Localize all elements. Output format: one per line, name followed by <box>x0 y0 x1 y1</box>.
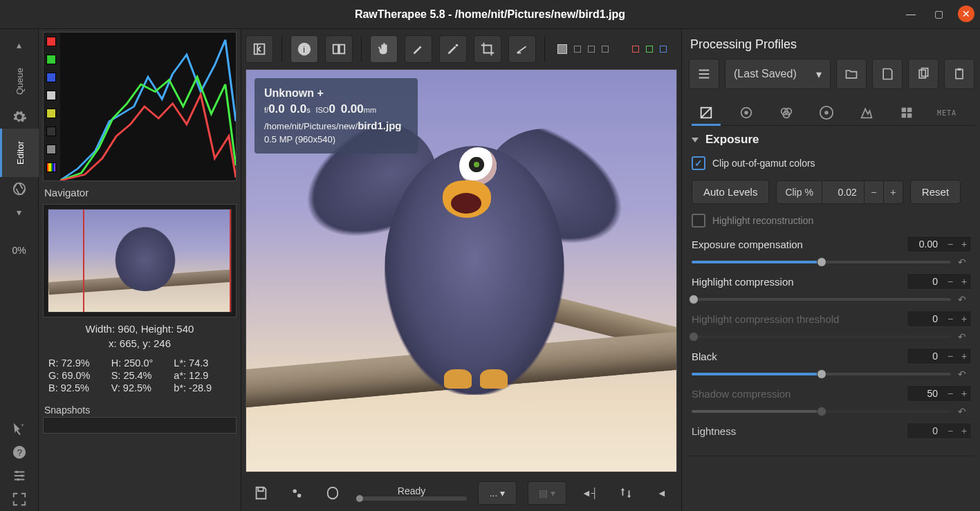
maximize-button[interactable]: ▢ <box>930 6 947 22</box>
zoom-combo[interactable]: ... ▾ <box>478 481 517 505</box>
black-value[interactable]: 0 <box>907 349 943 364</box>
ev-slider[interactable] <box>692 261 951 263</box>
tab-queue[interactable]: Queue <box>0 57 39 105</box>
readout-r[interactable]: R: 72.9% <box>48 357 106 369</box>
tab-color-icon[interactable] <box>776 100 797 125</box>
fullscreen-icon[interactable] <box>4 487 35 511</box>
readout-bstar[interactable]: b*: -28.9 <box>174 382 231 393</box>
clip-pct-value[interactable]: 0.02 <box>822 181 864 203</box>
profile-combo[interactable]: (Last Saved)▾ <box>725 59 831 89</box>
hlc-minus[interactable]: − <box>943 276 957 287</box>
readout-g[interactable]: G: 69.0% <box>48 370 106 381</box>
hist-luma-button[interactable] <box>46 91 56 100</box>
toggle-left-panel-button[interactable] <box>246 35 273 63</box>
hlc-value[interactable]: 0 <box>907 274 943 289</box>
overlay-mp: 0.5 MP (960x540) <box>264 133 408 147</box>
hist-bar-button[interactable] <box>46 162 56 172</box>
hist-red-button[interactable] <box>46 37 56 46</box>
histogram[interactable] <box>43 32 237 181</box>
light-minus[interactable]: − <box>943 425 957 436</box>
ev-minus[interactable]: − <box>943 239 957 250</box>
snapshots-list[interactable] <box>43 417 237 434</box>
color-picker-button[interactable] <box>439 35 467 63</box>
svg-text:+: + <box>20 422 24 429</box>
close-button[interactable]: ✕ <box>958 6 974 22</box>
white-balance-picker-button[interactable] <box>405 35 432 63</box>
readout-a[interactable]: a*: 12.9 <box>174 370 231 381</box>
profile-save-button[interactable] <box>872 59 903 89</box>
reset-button[interactable]: Reset <box>910 180 961 204</box>
hl-recon-checkbox[interactable] <box>692 214 705 227</box>
aperture-icon[interactable] <box>4 177 35 201</box>
hist-blue-button[interactable] <box>46 73 56 82</box>
hlc-plus[interactable]: + <box>957 276 971 287</box>
profile-copy-button[interactable] <box>908 59 939 89</box>
image-canvas[interactable]: Unknown + f/0.0 0.0s ISO0 0.00mm /home/n… <box>246 70 676 472</box>
sliders-icon[interactable] <box>4 464 35 487</box>
tab-detail-icon[interactable] <box>736 100 757 125</box>
tab-transform-icon[interactable] <box>856 100 877 125</box>
bg-gray-button[interactable] <box>588 46 595 53</box>
monitor-profile-button[interactable]: ▤ ▾ <box>528 481 566 505</box>
exposure-header[interactable]: Exposure <box>692 133 972 152</box>
tab-exposure-icon[interactable] <box>696 100 716 125</box>
clip-oog-checkbox[interactable] <box>692 156 705 170</box>
chevron-down-icon[interactable]: ▾ <box>4 201 35 224</box>
hist-raw-button[interactable] <box>46 127 56 136</box>
ev-plus[interactable]: + <box>957 239 971 250</box>
tab-editor[interactable]: Editor <box>0 129 39 177</box>
light-value[interactable]: 0 <box>907 423 943 438</box>
clip-pct-plus[interactable]: + <box>883 181 903 203</box>
hlc-reset-icon[interactable]: ↶ <box>958 294 972 305</box>
profile-paste-button[interactable] <box>944 59 974 89</box>
nav-sync-button[interactable] <box>613 481 638 505</box>
black-minus[interactable]: − <box>943 351 957 362</box>
preview-green-button[interactable] <box>646 46 653 53</box>
profile-load-button[interactable] <box>836 59 867 89</box>
ev-value[interactable]: 0.00 <box>907 236 943 252</box>
readout-v[interactable]: V: 92.5% <box>111 382 169 393</box>
light-plus[interactable]: + <box>957 425 971 436</box>
straighten-tool-button[interactable] <box>508 35 536 63</box>
tab-raw-icon[interactable] <box>896 100 917 125</box>
readout-s[interactable]: S: 25.4% <box>111 370 169 381</box>
hist-mode-button[interactable] <box>46 145 56 154</box>
add-arrow-icon[interactable]: + <box>4 417 35 440</box>
info-button[interactable]: i <box>290 35 318 63</box>
preview-blue-button[interactable] <box>660 46 667 53</box>
queue-add-button[interactable] <box>284 481 309 505</box>
bg-black-button[interactable] <box>574 46 581 53</box>
nav-prev-button[interactable]: ◄┤ <box>577 481 602 505</box>
bg-theme-button[interactable] <box>557 44 567 54</box>
hist-chroma-button[interactable] <box>46 109 56 118</box>
hand-tool-button[interactable] <box>370 35 398 63</box>
crop-tool-button[interactable] <box>474 35 501 63</box>
black-reset-icon[interactable]: ↶ <box>958 369 972 380</box>
clip-pct-minus[interactable]: − <box>864 181 883 203</box>
readout-h[interactable]: H: 250.0° <box>111 357 169 369</box>
minimize-button[interactable]: — <box>903 6 919 22</box>
collapse-up-icon[interactable]: ▴ <box>4 33 35 57</box>
save-button[interactable] <box>248 481 273 505</box>
svg-rect-10 <box>340 45 344 54</box>
black-plus[interactable]: + <box>957 351 971 362</box>
help-icon[interactable]: ? <box>4 440 35 464</box>
before-after-button[interactable] <box>325 35 353 63</box>
gear-icon[interactable] <box>4 105 35 129</box>
nav-next-button[interactable]: ◄ <box>649 481 674 505</box>
readout-b[interactable]: B: 92.5% <box>48 382 106 393</box>
svg-rect-9 <box>333 45 338 54</box>
external-editor-button[interactable] <box>320 481 345 505</box>
bg-white-button[interactable] <box>602 46 609 53</box>
hlc-slider[interactable] <box>692 298 951 301</box>
ev-reset-icon[interactable]: ↶ <box>958 257 972 268</box>
black-slider[interactable] <box>692 373 951 375</box>
readout-L[interactable]: L*: 74.3 <box>174 357 231 369</box>
navigator-thumbnail[interactable] <box>43 204 237 317</box>
hist-green-button[interactable] <box>46 55 56 64</box>
auto-levels-button[interactable]: Auto Levels <box>692 180 769 204</box>
preview-red-button[interactable] <box>632 46 639 53</box>
tab-meta-icon[interactable]: META <box>936 100 957 125</box>
tab-advanced-icon[interactable] <box>816 100 837 125</box>
profile-mode-button[interactable] <box>689 59 719 89</box>
